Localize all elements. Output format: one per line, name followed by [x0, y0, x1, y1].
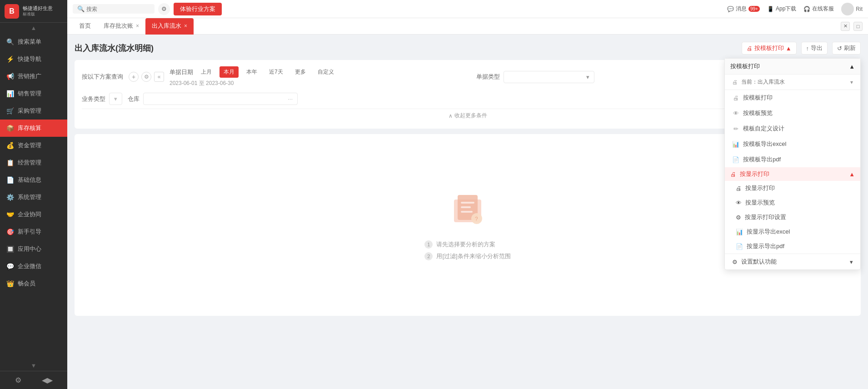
sidebar-label-app-center: 应用中心 — [18, 245, 41, 253]
expand-icon: □ — [857, 24, 860, 29]
dropdown-item-template-excel[interactable]: 📊 按模板导出excel — [725, 136, 860, 152]
tabs: 首页 库存批次账 × 出入库流水 × ✕ □ — [67, 18, 868, 35]
filter-collapse-btn[interactable]: « — [154, 72, 164, 82]
template-custom-label: 模板自定义设计 — [743, 125, 784, 133]
date-label: 单据日期 — [170, 68, 193, 76]
dropdown-item-template-pdf[interactable]: 📄 按模板导出pdf — [725, 152, 860, 167]
dropdown-item-display-excel[interactable]: 📊 按显示导出excel — [725, 224, 860, 239]
dropdown-current[interactable]: 🖨 当前：出入库流水 ▾ — [725, 75, 860, 90]
display-section-expand-icon: ▲ — [849, 171, 855, 178]
sidebar-item-cooperation[interactable]: 🤝 企业协同 — [0, 206, 67, 223]
tab-inventory-batch[interactable]: 库存批次账 × — [97, 18, 145, 35]
display-pdf-label: 按显示导出pdf — [747, 242, 784, 250]
topbar-search-input[interactable] — [86, 6, 150, 12]
dropdown-item-display-pdf[interactable]: 📄 按显示导出pdf — [725, 239, 860, 254]
date-btn-last-month[interactable]: 上月 — [197, 66, 216, 78]
sidebar-item-app-center[interactable]: 🔲 应用中心 — [0, 240, 67, 258]
warehouse-select[interactable]: ··· — [143, 93, 298, 105]
inventory-icon: 📦 — [6, 125, 14, 132]
display-settings-label: 按显示打印设置 — [745, 213, 786, 221]
tab-inventory-flow[interactable]: 出入库流水 × — [145, 18, 194, 35]
sidebar-label-sales: 销售管理 — [18, 90, 41, 98]
sidebar-toggle-btn[interactable]: ◀▶ — [42, 376, 53, 384]
sidebar-item-quick-nav[interactable]: ⚡ 快捷导航 — [0, 50, 67, 68]
template-excel-icon: 📊 — [732, 140, 739, 148]
user-avatar-btn[interactable]: Rit — [841, 3, 863, 15]
tab-inventory-flow-close[interactable]: × — [184, 23, 187, 29]
refresh-btn[interactable]: ↺ 刷新 — [832, 42, 861, 55]
main: 🔍 ⚙ 体验行业方案 💬 消息 99+ 📱 App下载 🎧 在线客服 — [67, 0, 868, 389]
trial-btn[interactable]: 体验行业方案 — [174, 3, 222, 15]
message-btn[interactable]: 💬 消息 99+ — [727, 5, 760, 13]
online-service-btn[interactable]: 🎧 在线客服 — [803, 5, 834, 13]
business-type-select[interactable]: ▾ — [109, 93, 122, 105]
sidebar-label-member: 畅会员 — [18, 279, 35, 288]
display-settings-icon: ⚙ — [736, 214, 741, 221]
business-type-label: 业务类型 — [82, 95, 105, 103]
gear-icon: ⚙ — [161, 5, 167, 12]
export-btn[interactable]: ↑ 导出 — [801, 42, 828, 55]
dropdown-item-template-custom[interactable]: ✏ 模板自定义设计 — [725, 121, 860, 136]
sidebar-label-search: 搜索菜单 — [18, 38, 41, 46]
dropdown-set-default-btn[interactable]: ⚙ 设置默认功能 ▾ — [725, 254, 860, 269]
voucher-type-select[interactable]: ▾ — [504, 71, 594, 83]
sidebar-item-system[interactable]: ⚙️ 系统管理 — [0, 189, 67, 206]
sidebar-item-operation[interactable]: 📋 经营管理 — [0, 154, 67, 171]
sidebar-item-search[interactable]: 🔍 搜索菜单 — [0, 33, 67, 50]
print-btn[interactable]: 🖨 按模板打印 ▲ — [742, 42, 797, 55]
tab-close-all-btn[interactable]: ✕ — [841, 22, 850, 31]
date-btn-more[interactable]: 更多 — [291, 66, 310, 78]
weixin-icon: 💬 — [6, 263, 14, 270]
business-arrow: ▾ — [114, 95, 117, 102]
dropdown-item-display-settings[interactable]: ⚙ 按显示打印设置 — [725, 210, 860, 224]
download-icon: 📱 — [767, 6, 774, 12]
date-btn-this-year[interactable]: 本年 — [242, 66, 261, 78]
date-filter-top: 单据日期 上月 本月 本年 近7天 更多 自定义 — [170, 66, 471, 78]
step-num-2: 2 — [424, 252, 433, 260]
dropdown-item-display-preview[interactable]: 👁 按显示预览 — [725, 195, 860, 210]
topbar-search-box[interactable]: 🔍 — [73, 4, 155, 14]
display-print-icon: 🖨 — [736, 185, 742, 192]
dropdown-item-display-print[interactable]: 🖨 按显示打印 — [725, 181, 860, 195]
sidebar-label-marketing: 营销推广 — [18, 72, 41, 80]
topbar-settings-btn[interactable]: ⚙ — [158, 3, 170, 15]
collapse-small-icon: « — [158, 74, 161, 80]
current-label: 当前：出入库流水 — [741, 78, 848, 86]
sidebar-scroll-down[interactable]: ▼ — [0, 360, 67, 371]
tab-expand-btn[interactable]: □ — [853, 22, 863, 31]
sidebar-scroll-up[interactable]: ▲ — [0, 23, 67, 33]
content: 出入库流水(流水明细) 🖨 按模板打印 ▲ ↑ 导出 ↺ 刷新 — [67, 35, 868, 389]
filter-add-btn[interactable]: + — [129, 72, 139, 82]
dropdown-display-section-header[interactable]: 🖨 按显示打印 ▲ — [725, 167, 860, 181]
tab-inventory-batch-close[interactable]: × — [136, 23, 139, 29]
step-num-1: 1 — [424, 240, 433, 249]
step-1-text: 请先选择要分析的方案 — [436, 240, 495, 249]
sidebar-item-inventory[interactable]: 📦 库存核算 — [0, 120, 67, 137]
purchase-icon: 🛒 — [6, 107, 14, 115]
sidebar-item-member[interactable]: 👑 畅会员 — [0, 275, 67, 292]
sidebar-item-finance[interactable]: 💰 资金管理 — [0, 137, 67, 154]
topbar-search-icon: 🔍 — [77, 5, 85, 12]
dropdown-item-template-print[interactable]: 🖨 按模板打印 — [725, 90, 860, 105]
warehouse-more[interactable]: ··· — [288, 95, 293, 102]
sidebar-label-finance: 资金管理 — [18, 141, 41, 150]
tab-home[interactable]: 首页 — [73, 18, 97, 35]
dropdown-item-template-preview[interactable]: 👁 按模板预览 — [725, 105, 860, 121]
date-btn-this-month[interactable]: 本月 — [219, 66, 239, 78]
user-avatar — [841, 3, 854, 15]
date-btn-last-7[interactable]: 近7天 — [265, 66, 287, 78]
sidebar-settings-btn[interactable]: ⚙ — [15, 376, 21, 384]
topbar: 🔍 ⚙ 体验行业方案 💬 消息 99+ 📱 App下载 🎧 在线客服 — [67, 0, 868, 18]
svg-text:?: ? — [475, 216, 478, 222]
sidebar-item-sales[interactable]: 📊 销售管理 — [0, 85, 67, 102]
sidebar-item-newbie[interactable]: 🎯 新手引导 — [0, 223, 67, 240]
sidebar-item-purchase[interactable]: 🛒 采购管理 — [0, 102, 67, 120]
dropdown-expand-icon[interactable]: ▲ — [849, 63, 855, 70]
date-btn-custom[interactable]: 自定义 — [314, 66, 338, 78]
filter-settings-btn[interactable]: ⚙ — [141, 72, 151, 82]
sidebar-item-marketing[interactable]: 📢 营销推广 — [0, 68, 67, 85]
sidebar-item-weixin[interactable]: 💬 企业微信 — [0, 258, 67, 275]
message-icon: 💬 — [727, 6, 734, 12]
app-download-btn[interactable]: 📱 App下载 — [767, 5, 796, 13]
sidebar-item-basic[interactable]: 📄 基础信息 — [0, 171, 67, 189]
